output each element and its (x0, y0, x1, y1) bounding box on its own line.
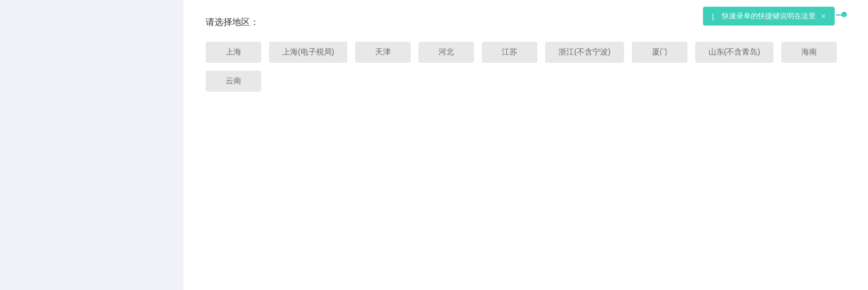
tooltip-close-button[interactable]: × (821, 12, 826, 21)
region-button-hebei[interactable]: 河北 (418, 42, 474, 63)
region-button-shanghai[interactable]: 上海 (206, 42, 261, 63)
region-button-yunnan[interactable]: 云南 (206, 71, 261, 92)
region-button-shanghai-etax[interactable]: 上海(电子税局) (269, 42, 347, 63)
region-button-xiamen[interactable]: 厦门 (632, 42, 687, 63)
region-button-jiangsu[interactable]: 江苏 (482, 42, 537, 63)
region-button-zhejiang[interactable]: 浙江(不含宁波) (545, 42, 623, 63)
region-buttons-container: 上海上海(电子税局)天津河北江苏浙江(不含宁波)厦门山东(不含青岛)海南云南 (206, 42, 846, 92)
region-button-hainan[interactable]: 海南 (781, 42, 837, 63)
main-content: 请选择地区： 上海上海(电子税局)天津河北江苏浙江(不含宁波)厦门山东(不含青岛… (183, 0, 868, 290)
tooltip-text: 快速录单的快捷键说明在这里 (722, 11, 816, 21)
tooltip-connector-dot (841, 12, 847, 17)
tooltip-banner: 快速录单的快捷键说明在这里 × (703, 7, 835, 26)
region-button-shandong[interactable]: 山东(不含青岛) (695, 42, 774, 63)
left-sidebar (0, 0, 183, 290)
region-button-tianjin[interactable]: 天津 (355, 42, 411, 63)
